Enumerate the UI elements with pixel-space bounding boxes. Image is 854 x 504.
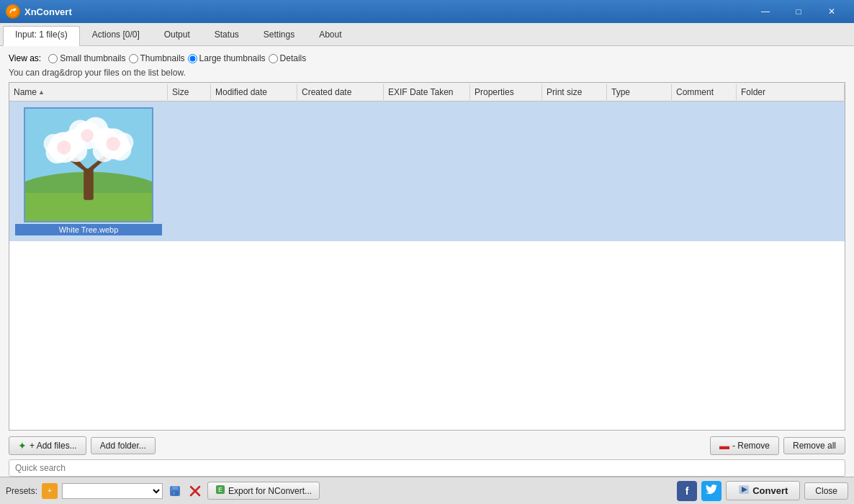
sort-arrow-name: ▲ <box>38 89 45 96</box>
main-content: View as: Small thumbnails Thumbnails Lar… <box>0 46 854 504</box>
tab-output[interactable]: Output <box>152 26 202 45</box>
svg-point-23 <box>57 140 71 155</box>
table-row[interactable]: White Tree.webp <box>9 102 845 241</box>
tab-actions[interactable]: Actions [0/0] <box>80 26 152 45</box>
radio-small[interactable] <box>48 54 58 63</box>
svg-text:E: E <box>218 486 223 493</box>
minimize-button[interactable]: — <box>749 0 782 23</box>
add-files-icon: ✦ <box>18 440 27 451</box>
col-header-comment[interactable]: Comment <box>672 84 737 100</box>
export-icon: E <box>215 485 225 497</box>
svg-rect-29 <box>172 486 178 490</box>
tab-settings[interactable]: Settings <box>251 26 307 45</box>
twitter-icon <box>706 485 717 497</box>
col-header-created[interactable]: Created date <box>297 84 384 100</box>
view-as-label: View as: <box>9 53 41 63</box>
table-header: Name ▲ Size Modified date Created date E… <box>9 83 845 102</box>
tab-input[interactable]: Input: 1 file(s) <box>3 26 80 46</box>
convert-button[interactable]: Convert <box>726 481 800 500</box>
svg-point-24 <box>106 137 120 151</box>
view-small-thumbnails[interactable]: Small thumbnails <box>48 53 125 63</box>
view-thumbs-label: Thumbnails <box>140 53 185 63</box>
radio-details[interactable] <box>269 54 278 63</box>
svg-point-1 <box>14 9 16 11</box>
col-header-properties[interactable]: Properties <box>470 84 542 100</box>
tab-about[interactable]: About <box>307 26 354 45</box>
table-body: White Tree.webp <box>9 102 845 430</box>
preset-delete-button[interactable] <box>187 483 203 499</box>
thumbnail-cell: White Tree.webp <box>9 104 168 238</box>
view-small-label: Small thumbnails <box>60 53 125 63</box>
add-folder-button[interactable]: Add folder... <box>91 437 156 454</box>
app-title: XnConvert <box>24 6 749 17</box>
export-nconvert-button[interactable]: E Export for NConvert... <box>207 482 320 500</box>
drag-hint: You can drag&drop your files on the list… <box>9 68 845 78</box>
col-header-exif[interactable]: EXIF Date Taken <box>384 84 470 100</box>
svg-text:+: + <box>48 487 52 495</box>
col-header-size[interactable]: Size <box>168 84 211 100</box>
col-header-print-size[interactable]: Print size <box>542 84 607 100</box>
window-controls: — □ ✕ <box>749 0 848 23</box>
col-header-modified[interactable]: Modified date <box>211 84 297 100</box>
tab-status[interactable]: Status <box>202 26 251 45</box>
preset-select[interactable] <box>62 483 163 499</box>
tab-bar: Input: 1 file(s) Actions [0/0] Output St… <box>0 23 854 46</box>
file-thumbnail <box>24 107 153 222</box>
add-files-button[interactable]: ✦ + Add files... <box>9 436 86 455</box>
twitter-button[interactable] <box>701 481 722 501</box>
file-area: Name ▲ Size Modified date Created date E… <box>9 82 845 431</box>
presets-bar: Presets: + E Export for NConvert... f <box>0 477 854 504</box>
convert-icon <box>738 485 750 497</box>
close-window-button[interactable]: ✕ <box>815 0 848 23</box>
file-name-label: White Tree.webp <box>15 224 162 235</box>
quick-search-input[interactable] <box>9 459 845 477</box>
remove-all-button[interactable]: Remove all <box>783 437 845 454</box>
maximize-button[interactable]: □ <box>782 0 815 23</box>
remove-button[interactable]: ▬ - Remove <box>710 436 779 455</box>
view-details-label: Details <box>280 53 307 63</box>
preset-save-button[interactable] <box>167 483 183 499</box>
svg-rect-31 <box>173 492 175 495</box>
svg-point-25 <box>81 129 94 142</box>
col-header-type[interactable]: Type <box>607 84 672 100</box>
view-options-row: View as: Small thumbnails Thumbnails Lar… <box>9 53 845 63</box>
remove-icon: ▬ <box>719 440 729 451</box>
preset-new-icon[interactable]: + <box>42 483 58 499</box>
col-header-name[interactable]: Name ▲ <box>9 84 168 100</box>
close-button[interactable]: Close <box>804 482 848 500</box>
view-details[interactable]: Details <box>269 53 307 63</box>
radio-large[interactable] <box>188 54 197 63</box>
view-large-label: Large thumbnails <box>199 53 266 63</box>
presets-label: Presets: <box>6 486 37 496</box>
radio-thumbnails[interactable] <box>129 54 138 63</box>
view-thumbnails[interactable]: Thumbnails <box>129 53 185 63</box>
app-icon <box>6 4 20 19</box>
svg-point-0 <box>8 6 18 17</box>
quick-search-row <box>9 459 845 477</box>
facebook-button[interactable]: f <box>677 481 697 501</box>
titlebar: XnConvert — □ ✕ <box>0 0 854 23</box>
view-large-thumbnails[interactable]: Large thumbnails <box>188 53 266 63</box>
bottom-toolbar: ✦ + Add files... Add folder... ▬ - Remov… <box>9 436 845 455</box>
col-header-folder[interactable]: Folder <box>737 84 845 100</box>
